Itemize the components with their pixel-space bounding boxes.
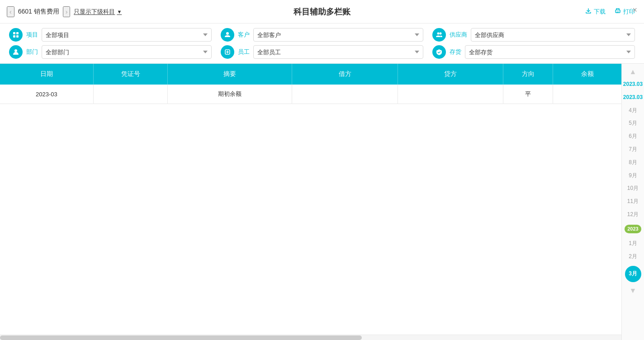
cell-credit (398, 85, 503, 104)
project-filter-group: 项目 全部项目 (9, 28, 212, 42)
cell-debit (292, 85, 398, 104)
chevron-down-icon: ▼ (117, 9, 122, 14)
svg-rect-3 (13, 35, 15, 38)
svg-point-7 (440, 33, 442, 35)
ledger-table: 日期 凭证号 摘要 借方 贷方 方向 余额 2023-03 期初余额 (0, 64, 621, 104)
supplier-filter-group: 供应商 全部供应商 (432, 28, 635, 42)
sidebar-item-march-active[interactable]: 3月 (625, 266, 641, 282)
project-label: 项目 (26, 31, 38, 39)
sidebar-item-selected-2[interactable]: 2023.03 (622, 91, 644, 104)
col-summary-header: 摘要 (168, 64, 292, 85)
employee-label: 员工 (238, 48, 250, 56)
customer-select[interactable]: 全部客户 (253, 28, 423, 42)
nav-prev-button[interactable]: ‹ (7, 6, 14, 17)
inventory-select[interactable]: 全部存货 (465, 45, 635, 59)
supplier-icon (432, 28, 446, 42)
employee-filter-group: 员工 全部员工 (221, 45, 423, 59)
project-icon (9, 28, 23, 42)
employee-select[interactable]: 全部员工 (253, 45, 423, 59)
download-label: 下载 (594, 8, 606, 16)
inventory-label: 存货 (450, 48, 461, 56)
filter-row-1: 项目 全部项目 客户 全部客户 (9, 28, 635, 42)
page-title: 科目辅助多栏账 (294, 6, 350, 17)
col-debit-header: 借方 (292, 64, 398, 85)
sidebar-item-november[interactable]: 11月 (622, 195, 644, 208)
department-label: 部门 (26, 48, 38, 56)
sidebar-item-april[interactable]: 4月 (622, 104, 644, 117)
table-row[interactable]: 2023-03 期初余额 平 (0, 85, 621, 104)
sidebar-item-september[interactable]: 9月 (622, 169, 644, 182)
department-select[interactable]: 全部部门 (42, 45, 212, 59)
svg-rect-4 (16, 35, 19, 38)
sidebar-down-arrow[interactable]: ▼ (628, 285, 639, 297)
supplier-select[interactable]: 全部供应商 (471, 28, 635, 42)
cell-summary: 期初余额 (168, 85, 292, 104)
svg-rect-0 (616, 10, 620, 13)
sidebar-item-jan[interactable]: 1月 (622, 237, 644, 250)
download-icon (585, 8, 592, 15)
main-content: 日期 凭证号 摘要 借方 贷方 方向 余额 2023-03 期初余额 (0, 64, 644, 340)
sidebar-item-selected-1[interactable]: 2023.03 (622, 78, 644, 91)
cell-date: 2023-03 (0, 85, 93, 104)
close-button[interactable]: × (632, 5, 637, 15)
titlebar-right: 下载 打印 × (585, 8, 635, 16)
show-sub-label: 只显示下级科目 (74, 8, 115, 16)
sidebar-item-august[interactable]: 8月 (622, 156, 644, 169)
customer-icon (221, 28, 234, 42)
titlebar: ‹ 6601 销售费用 › 只显示下级科目 ▼ 科目辅助多栏账 下载 (0, 0, 644, 24)
customer-label: 客户 (238, 31, 250, 39)
cell-balance (553, 85, 621, 104)
col-credit-header: 贷方 (398, 64, 503, 85)
table-header-row: 日期 凭证号 摘要 借方 贷方 方向 余额 (0, 64, 621, 85)
cell-voucher (93, 85, 168, 104)
print-button[interactable]: 打印 (615, 8, 635, 16)
inventory-filter-group: 存货 全部存货 (432, 45, 635, 59)
show-sub-button[interactable]: 只显示下级科目 ▼ (74, 8, 122, 16)
main-window: ‹ 6601 销售费用 › 只显示下级科目 ▼ 科目辅助多栏账 下载 (0, 0, 644, 340)
sidebar-item-may[interactable]: 5月 (622, 117, 644, 130)
project-select[interactable]: 全部项目 (42, 28, 212, 42)
table-area: 日期 凭证号 摘要 借方 贷方 方向 余额 2023-03 期初余额 (0, 64, 621, 340)
sidebar-item-feb[interactable]: 2月 (622, 250, 644, 263)
svg-rect-1 (13, 32, 15, 34)
sidebar-year-badge[interactable]: 2023 (625, 225, 641, 233)
col-balance-header: 余额 (553, 64, 621, 85)
svg-rect-2 (16, 32, 19, 34)
sidebar-up-arrow[interactable]: ▲ (628, 66, 639, 78)
download-button[interactable]: 下载 (585, 8, 606, 16)
svg-point-6 (437, 33, 440, 35)
sidebar-item-october[interactable]: 10月 (622, 182, 644, 195)
scrollbar-thumb[interactable] (0, 335, 362, 340)
right-sidebar: ▲ 2023.03 2023.03 4月 5月 6月 7月 8月 9月 10月 … (621, 64, 644, 340)
customer-filter-group: 客户 全部客户 (221, 28, 423, 42)
print-icon (615, 8, 621, 15)
col-date-header: 日期 (0, 64, 93, 85)
svg-point-5 (226, 32, 229, 35)
cell-direction: 平 (503, 85, 553, 104)
nav-next-button[interactable]: › (63, 6, 71, 17)
sidebar-item-july[interactable]: 7月 (622, 143, 644, 156)
inventory-icon (432, 45, 446, 59)
filter-area: 项目 全部项目 客户 全部客户 (0, 24, 644, 64)
department-icon (9, 45, 23, 59)
employee-icon (221, 45, 234, 59)
filter-row-2: 部门 全部部门 员工 全部员工 (9, 45, 635, 59)
sidebar-item-december[interactable]: 12月 (622, 208, 644, 221)
col-voucher-header: 凭证号 (93, 64, 168, 85)
account-code: 6601 销售费用 (18, 8, 59, 16)
sidebar-item-june[interactable]: 6月 (622, 130, 644, 143)
horizontal-scrollbar[interactable] (0, 335, 621, 340)
col-direction-header: 方向 (503, 64, 553, 85)
titlebar-left: ‹ 6601 销售费用 › 只显示下级科目 ▼ (7, 6, 122, 17)
supplier-label: 供应商 (450, 31, 467, 39)
department-filter-group: 部门 全部部门 (9, 45, 212, 59)
